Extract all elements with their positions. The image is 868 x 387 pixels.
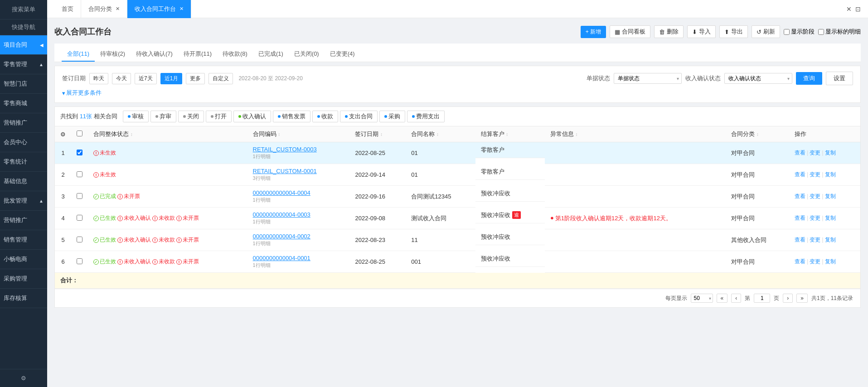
filter-tab-pending-confirm[interactable]: 待收入确认(7) (131, 47, 178, 62)
expand-conditions-btn[interactable]: ▾ 展开更多条件 (62, 89, 853, 97)
page-number-input[interactable] (754, 294, 770, 303)
prev-page-btn[interactable]: ‹ (731, 294, 741, 303)
resize-window-icon[interactable]: ⊡ (855, 5, 861, 13)
sales-invoice-action-btn[interactable]: 销售发票 (273, 111, 310, 122)
close-window-icon[interactable]: ✕ (846, 5, 852, 13)
kanban-button[interactable]: ▦ 合同看板 (610, 25, 650, 38)
sidebar-quick-nav[interactable]: 快捷导航 (0, 19, 47, 35)
filter-tab-changed[interactable]: 已变更(4) (325, 47, 360, 62)
op-btn-查看[interactable]: 查看 (795, 171, 805, 178)
filter-tab-pending-review[interactable]: 待审核(2) (95, 47, 131, 62)
th-checkbox[interactable] (71, 126, 88, 142)
doc-status-select[interactable]: 单据状态 (614, 73, 682, 84)
show-stages-checkbox[interactable]: 显示阶段 (784, 28, 815, 36)
row-select-checkbox[interactable] (77, 171, 82, 177)
sidebar-search[interactable]: 搜索菜单 (0, 0, 47, 19)
select-all-checkbox[interactable] (77, 131, 82, 136)
sidebar-item-purchase[interactable]: 采购管理 (0, 269, 47, 289)
op-btn-查看[interactable]: 查看 (795, 215, 805, 221)
tab-close-income-contract[interactable]: ✕ (179, 6, 184, 12)
filter-tab-pending-invoice[interactable]: 待开票(11) (178, 47, 217, 62)
setting-button[interactable]: 设置 (826, 72, 853, 85)
query-button[interactable]: 查询 (796, 72, 822, 85)
sort-settlement-customer[interactable]: ↕ (506, 132, 508, 137)
contract-code-link[interactable]: 0000000000004-0002 (253, 233, 310, 240)
op-btn-查看[interactable]: 查看 (795, 193, 805, 199)
last-page-btn[interactable]: » (796, 294, 808, 303)
sidebar-item-retail-mgmt[interactable]: 零售管理 ▲ (0, 55, 47, 74)
filter-last7[interactable]: 近7天 (135, 73, 157, 84)
sidebar-settings[interactable]: ⚙ (0, 369, 47, 387)
sort-contract-status[interactable]: ↕ (131, 132, 133, 137)
export-button[interactable]: ⬆ 导出 (719, 25, 748, 38)
income-confirm-action-btn[interactable]: 收入确认 (233, 111, 271, 122)
purchase-action-btn[interactable]: 采购 (379, 111, 405, 122)
print-action-btn[interactable]: 打开 (206, 111, 232, 122)
sidebar-item-basic-info[interactable]: 基础信息 (0, 172, 47, 191)
sidebar-item-ecommerce[interactable]: 小畅电商 (0, 250, 47, 269)
tab-close-contract-category[interactable]: ✕ (116, 6, 120, 12)
contract-code-link[interactable]: 0000000000004-0001 (253, 255, 310, 261)
filter-tab-pending-payment[interactable]: 待收款(8) (217, 47, 253, 62)
op-btn-查看[interactable]: 查看 (795, 237, 805, 243)
tab-home[interactable]: 首页 (54, 0, 81, 18)
op-btn-变更[interactable]: 变更 (810, 237, 820, 243)
sort-contract-name[interactable]: ↕ (436, 132, 439, 137)
th-settings[interactable]: ⚙ (55, 126, 71, 142)
row-select-checkbox[interactable] (77, 193, 82, 199)
row-select-checkbox[interactable] (77, 215, 82, 221)
contract-code-link[interactable]: RETAIL_CUSTOM-0003 (253, 146, 317, 153)
sidebar-item-member[interactable]: 会员中心 (0, 133, 47, 152)
sidebar-item-marketing[interactable]: 营销推广 (0, 113, 47, 133)
import-button[interactable]: ⬇ 导入 (687, 25, 716, 38)
tab-contract-category[interactable]: 合同分类 ✕ (81, 0, 127, 18)
sort-sign-date[interactable]: ↕ (380, 132, 383, 137)
show-details-checkbox[interactable]: 显示标的明细 (818, 28, 861, 36)
op-btn-复制[interactable]: 复制 (825, 171, 836, 178)
new-button[interactable]: + 新增 (581, 26, 606, 38)
op-btn-变更[interactable]: 变更 (810, 193, 820, 199)
abandon-action-btn[interactable]: 弃审 (150, 111, 176, 122)
op-btn-变更[interactable]: 变更 (810, 215, 820, 221)
filter-more[interactable]: 更多 (186, 73, 205, 84)
filter-last1month[interactable]: 近1月 (160, 73, 183, 84)
tab-income-contract[interactable]: 收入合同工作台 ✕ (127, 0, 191, 18)
filter-tab-completed[interactable]: 已完成(1) (253, 47, 289, 62)
row-select-checkbox[interactable] (77, 150, 82, 155)
op-btn-变更[interactable]: 变更 (810, 150, 820, 156)
contract-code-link[interactable]: 0000000000004-0004 (253, 189, 310, 196)
row-select-checkbox[interactable] (77, 258, 82, 264)
row-select-checkbox[interactable] (77, 237, 82, 242)
sort-contract-category[interactable]: ↕ (756, 132, 759, 137)
op-btn-查看[interactable]: 查看 (795, 150, 805, 156)
sidebar-item-smart-store[interactable]: 智慧门店 (0, 74, 47, 94)
sidebar-item-retail-mall[interactable]: 零售商城 (0, 94, 47, 113)
sidebar-item-marketing2[interactable]: 营销推广 (0, 211, 47, 230)
sidebar-item-retail-stat[interactable]: 零售统计 (0, 152, 47, 172)
filter-today[interactable]: 今天 (112, 73, 131, 84)
op-btn-变更[interactable]: 变更 (810, 258, 820, 265)
next-page-btn[interactable]: › (783, 294, 793, 303)
cost-action-btn[interactable]: 费用支出 (407, 111, 445, 122)
page-size-select[interactable]: 50 10 20 100 (691, 294, 713, 303)
expense-action-btn[interactable]: 支出合同 (340, 111, 378, 122)
payment-action-btn[interactable]: 收款 (312, 111, 338, 122)
op-btn-查看[interactable]: 查看 (795, 258, 805, 265)
filter-tab-all[interactable]: 全部(11) (62, 47, 95, 62)
op-btn-复制[interactable]: 复制 (825, 237, 836, 243)
sidebar-item-wholesale[interactable]: 批发管理 ▲ (0, 191, 47, 211)
op-btn-复制[interactable]: 复制 (825, 215, 836, 221)
sidebar-item-inventory[interactable]: 库存核算 (0, 289, 47, 308)
first-page-btn[interactable]: « (717, 294, 728, 303)
contract-code-link[interactable]: RETAIL_CUSTOM-0001 (253, 168, 317, 174)
refresh-button[interactable]: ↺ 刷新 (752, 25, 780, 38)
sidebar-item-sales-mgmt[interactable]: 销售管理 (0, 230, 47, 250)
filter-custom[interactable]: 自定义 (209, 73, 233, 84)
contract-code-link[interactable]: 0000000000004-0003 (253, 211, 310, 218)
op-btn-复制[interactable]: 复制 (825, 150, 836, 156)
close-action-btn[interactable]: 关闭 (178, 111, 204, 122)
income-confirm-select[interactable]: 收入确认状态 (724, 73, 792, 84)
sidebar-item-project[interactable]: 项目合同 ◀ (0, 35, 47, 55)
op-btn-变更[interactable]: 变更 (810, 171, 820, 178)
filter-yesterday[interactable]: 昨天 (89, 73, 108, 84)
